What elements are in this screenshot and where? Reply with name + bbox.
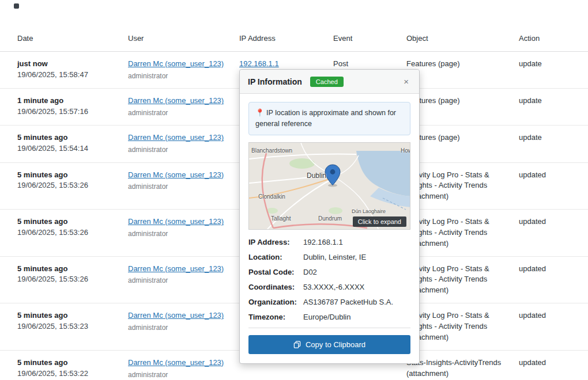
user-role: administrator	[128, 323, 231, 333]
user-link[interactable]: Darren Mc (some_user_123)	[128, 217, 224, 226]
date-cell: 1 minute ago 19/06/2025, 15:57:16	[17, 89, 128, 125]
date-absolute: 19/06/2025, 15:57:16	[17, 107, 120, 117]
user-role: administrator	[128, 276, 231, 286]
location-note: 📍 IP location is approximate and shown f…	[248, 102, 410, 135]
field-organization: Organization: AS136787 PacketHub S.A.	[248, 298, 410, 306]
field-label: IP Address:	[248, 238, 303, 246]
field-value: D02	[303, 268, 317, 276]
user-link[interactable]: Darren Mc (some_user_123)	[128, 170, 224, 179]
action-cell: update	[519, 126, 588, 162]
column-header-date[interactable]: Date	[17, 29, 128, 51]
action-cell: updated	[519, 351, 588, 380]
user-role: administrator	[128, 71, 231, 81]
map-label-dublin: Dublin	[307, 172, 326, 180]
date-cell: 5 minutes ago 19/06/2025, 15:53:26	[17, 257, 128, 303]
field-label: Coordinates:	[248, 283, 303, 291]
column-header-object[interactable]: Object	[406, 29, 519, 51]
ip-information-popup: IP Information Cached × 📍 IP location is…	[239, 69, 420, 364]
date-cell: just now 19/06/2025, 15:58:47	[17, 52, 128, 88]
user-link[interactable]: Darren Mc (some_user_123)	[128, 311, 224, 320]
copy-icon	[293, 341, 301, 348]
field-location: Location: Dublin, Leinster, IE	[248, 253, 410, 261]
user-role: administrator	[128, 229, 231, 239]
user-role: administrator	[128, 145, 231, 155]
object-cell: Activity Log Pro - Stats & Insights - Ac…	[406, 257, 519, 303]
date-relative: 5 minutes ago	[17, 132, 120, 143]
date-absolute: 19/06/2025, 15:58:47	[17, 70, 120, 81]
field-value: 53.XXXX,-6.XXXX	[303, 283, 364, 291]
user-cell: Darren Mc (some_user_123) administrator	[128, 351, 239, 380]
user-cell: Darren Mc (some_user_123) administrator	[128, 126, 239, 162]
note-text: IP location is approximate and shown for…	[255, 109, 396, 128]
date-absolute: 19/06/2025, 15:53:22	[17, 368, 120, 379]
object-cell: Activity Log Pro - Stats & Insights - Ac…	[406, 303, 519, 350]
action-cell: updated	[519, 257, 588, 303]
user-link[interactable]: Darren Mc (some_user_123)	[128, 264, 224, 273]
field-label: Timezone:	[248, 313, 303, 321]
object-cell: Features (page)	[406, 89, 519, 125]
date-cell: 5 minutes ago 19/06/2025, 15:53:26	[17, 163, 128, 210]
date-absolute: 19/06/2025, 15:53:26	[17, 274, 120, 285]
map-expand-tooltip[interactable]: Click to expand	[353, 216, 406, 227]
date-absolute: 19/06/2025, 15:53:26	[17, 227, 120, 238]
user-cell: Darren Mc (some_user_123) administrator	[128, 52, 239, 88]
action-cell: updated	[519, 163, 588, 210]
user-link[interactable]: Darren Mc (some_user_123)	[128, 96, 224, 105]
ip-link[interactable]: 192.168.1.1	[239, 59, 279, 68]
date-relative: 1 minute ago	[17, 96, 120, 107]
date-relative: 5 minutes ago	[17, 310, 120, 321]
date-absolute: 19/06/2025, 15:53:26	[17, 180, 120, 191]
date-cell: 5 minutes ago 19/06/2025, 15:54:14	[17, 126, 128, 162]
object-cell: Activity Log Pro - Stats & Insights - Ac…	[406, 163, 519, 210]
field-timezone: Timezone: Europe/Dublin	[248, 313, 410, 321]
field-value: Dublin, Leinster, IE	[303, 253, 366, 261]
field-label: Organization:	[248, 298, 303, 306]
date-relative: 5 minutes ago	[17, 358, 120, 368]
object-cell: Features (page)	[406, 52, 519, 88]
date-relative: 5 minutes ago	[17, 264, 120, 275]
copy-to-clipboard-button[interactable]: Copy to Clipboard	[248, 335, 410, 354]
field-postal-code: Postal Code: D02	[248, 268, 410, 276]
popup-title: IP Information	[248, 77, 302, 86]
date-relative: 5 minutes ago	[17, 170, 120, 181]
user-link[interactable]: Darren Mc (some_user_123)	[128, 358, 224, 367]
date-cell: 5 minutes ago 19/06/2025, 15:53:23	[17, 303, 128, 350]
field-value: 192.168.1.1	[303, 238, 343, 246]
user-link[interactable]: Darren Mc (some_user_123)	[128, 133, 224, 142]
copy-button-label: Copy to Clipboard	[306, 340, 365, 349]
date-relative: 5 minutes ago	[17, 216, 120, 227]
map-label-dun-laoghaire: Dún Laoghaire	[352, 208, 386, 214]
object-cell: Features (page)	[406, 126, 519, 162]
user-cell: Darren Mc (some_user_123) administrator	[128, 303, 239, 350]
ip-details: IP Address: 192.168.1.1 Location: Dublin…	[248, 238, 410, 321]
close-icon[interactable]: ×	[401, 76, 411, 87]
map-label-tallaght: Tallaght	[271, 215, 291, 222]
ip-location-map[interactable]: Blanchardstown Howth Dublin Clondalkin T…	[248, 142, 410, 230]
field-ip-address: IP Address: 192.168.1.1	[248, 238, 410, 246]
user-cell: Darren Mc (some_user_123) administrator	[128, 257, 239, 303]
column-header-action[interactable]: Action	[519, 29, 588, 51]
user-cell: Darren Mc (some_user_123) administrator	[128, 163, 239, 210]
action-cell: updated	[519, 210, 588, 256]
cached-badge: Cached	[310, 77, 344, 87]
field-label: Postal Code:	[248, 268, 303, 276]
date-relative: just now	[17, 59, 120, 70]
date-cell: 5 minutes ago 19/06/2025, 15:53:22	[17, 351, 128, 380]
popup-header: IP Information Cached ×	[240, 70, 419, 94]
map-label-clondalkin: Clondalkin	[258, 193, 285, 200]
action-cell: updated	[519, 303, 588, 350]
user-link[interactable]: Darren Mc (some_user_123)	[128, 59, 224, 68]
object-cell: Activity Log Pro - Stats & Insights - Ac…	[406, 210, 519, 256]
field-value: AS136787 PacketHub S.A.	[303, 298, 393, 306]
action-cell: update	[519, 89, 588, 125]
button-container: Copy to Clipboard	[248, 328, 410, 354]
date-absolute: 19/06/2025, 15:54:14	[17, 143, 120, 154]
date-cell: 5 minutes ago 19/06/2025, 15:53:26	[17, 210, 128, 256]
column-header-event[interactable]: Event	[333, 29, 406, 51]
field-label: Location:	[248, 253, 303, 261]
field-coordinates: Coordinates: 53.XXXX,-6.XXXX	[248, 283, 410, 291]
column-header-user[interactable]: User	[128, 29, 239, 51]
column-header-ip[interactable]: IP Address	[239, 29, 333, 51]
action-cell: update	[519, 52, 588, 88]
user-role: administrator	[128, 108, 231, 118]
